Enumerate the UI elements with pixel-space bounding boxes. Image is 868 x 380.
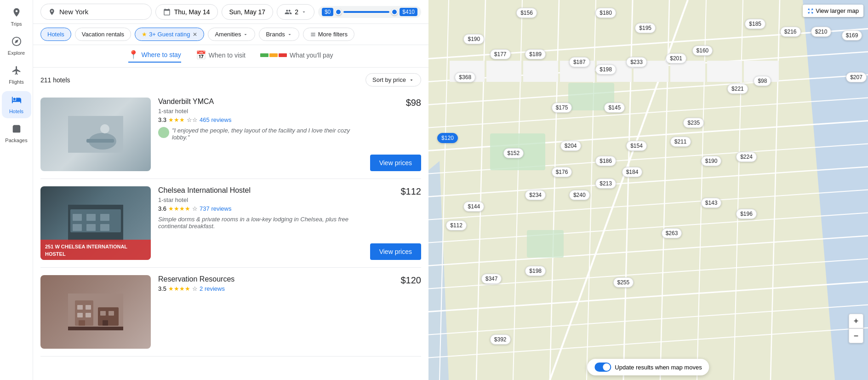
price-pin-13[interactable]: $201: [666, 53, 686, 63]
checkout-date[interactable]: Sun, May 17: [222, 4, 274, 20]
tab-where-to-stay[interactable]: 📍 Where to stay: [128, 50, 181, 63]
guest-rating-label: 3+ Guest rating: [149, 31, 190, 38]
price-pin-27[interactable]: $211: [670, 137, 691, 147]
results-header: 211 hotels Sort by price: [33, 68, 428, 90]
hotel-reviews-1[interactable]: 737 reviews: [200, 205, 231, 212]
hotel-name-1: Chelsea International Hostel: [158, 186, 363, 195]
price-pin-24[interactable]: $152: [503, 148, 524, 158]
zoom-out-button[interactable]: −: [849, 328, 863, 343]
svg-rect-9: [100, 214, 109, 221]
sidebar-packages-label: Packages: [5, 138, 27, 144]
sort-button[interactable]: Sort by price: [365, 73, 421, 86]
sidebar-item-explore[interactable]: Explore: [2, 33, 31, 60]
svg-rect-59: [670, 61, 705, 82]
price-pin-31[interactable]: $184: [622, 167, 643, 177]
price-pin-36[interactable]: $143: [701, 198, 722, 208]
price-pin-39[interactable]: $263: [662, 228, 682, 238]
filter-brands[interactable]: Brands: [259, 28, 299, 41]
search-bar: New York Thu, May 14 Sun, May 17 2 $0 $4…: [33, 0, 428, 24]
price-pin-18[interactable]: $221: [727, 84, 748, 94]
price-pin-19[interactable]: $145: [604, 103, 625, 113]
hotel-price-2: $120: [401, 275, 422, 286]
price-pin-42[interactable]: $255: [613, 277, 634, 288]
price-pin-38[interactable]: $112: [446, 220, 467, 230]
price-pin-23[interactable]: $204: [560, 141, 581, 151]
sidebar-item-trips[interactable]: Trips: [2, 4, 31, 31]
filter-vacation-rentals-tab[interactable]: Vacation rentals: [75, 28, 131, 41]
price-pin-34[interactable]: $240: [569, 190, 590, 200]
price-pin-37[interactable]: $196: [736, 209, 757, 219]
close-guest-rating-icon[interactable]: ✕: [193, 31, 197, 38]
price-pin-22[interactable]: $120: [437, 133, 458, 143]
price-pin-17[interactable]: $368: [455, 72, 475, 82]
price-pin-25[interactable]: $154: [626, 141, 647, 151]
price-pin-16[interactable]: $207: [846, 72, 867, 82]
price-pin-29[interactable]: $224: [736, 152, 757, 162]
svg-rect-18: [86, 313, 91, 317]
price-pin-8[interactable]: $177: [490, 49, 511, 59]
hotel-reviews-2[interactable]: 2 reviews: [200, 285, 225, 292]
hotel-rating-value-1: 3.6: [158, 205, 166, 212]
price-slider[interactable]: $0 $410: [318, 6, 421, 18]
view-prices-button-1[interactable]: View prices: [370, 243, 421, 260]
view-prices-button-0[interactable]: View prices: [370, 155, 421, 171]
calendar-icon: [163, 8, 171, 16]
price-pin-9[interactable]: $189: [525, 49, 546, 59]
slider-track[interactable]: [343, 11, 389, 13]
price-pin-26[interactable]: $186: [595, 156, 616, 166]
location-text: New York: [59, 8, 88, 16]
hotel-image-0[interactable]: [40, 98, 151, 171]
filter-amenities[interactable]: Amenities: [208, 28, 255, 41]
price-pin-32[interactable]: $213: [595, 178, 616, 189]
price-pin-14[interactable]: $160: [692, 46, 713, 56]
what-youll-pay-icon: [260, 53, 287, 57]
price-pin-10[interactable]: $187: [569, 57, 590, 67]
price-pin-0[interactable]: $156: [516, 8, 537, 18]
hotel-image-2[interactable]: [40, 275, 151, 349]
hotel-rating-2: 3.5 ★★★★ ☆ 2 reviews: [158, 285, 368, 292]
price-pin-20[interactable]: $175: [552, 103, 572, 113]
view-larger-map-button[interactable]: View larger map: [803, 5, 863, 17]
price-pin-33[interactable]: $234: [525, 190, 546, 200]
price-pin-2[interactable]: $185: [745, 19, 765, 29]
zoom-in-button[interactable]: +: [849, 314, 863, 328]
price-pin-12[interactable]: $198: [595, 64, 616, 75]
price-pin-15[interactable]: $98: [754, 76, 771, 86]
price-pin-4[interactable]: $210: [811, 27, 832, 37]
price-pin-43[interactable]: $392: [490, 334, 511, 345]
filter-more[interactable]: More filters: [303, 28, 354, 41]
price-pin-35[interactable]: $144: [463, 202, 484, 212]
price-pin-21[interactable]: $235: [683, 118, 704, 128]
sidebar-item-packages[interactable]: Packages: [2, 120, 31, 147]
map-background[interactable]: $156$180$185$216$210$169$195$190$177$189…: [428, 0, 868, 380]
price-pin-1[interactable]: $180: [595, 8, 616, 18]
slider-max-handle[interactable]: [391, 9, 398, 15]
price-pin-30[interactable]: $176: [552, 167, 572, 177]
location-input[interactable]: New York: [40, 4, 152, 20]
hotel-image-1[interactable]: 251 W CHELSEA INTERNATIONAL HOSTEL: [40, 186, 151, 260]
tab-when-to-visit[interactable]: 📅 When to visit: [196, 50, 246, 62]
filter-guest-rating[interactable]: ★ 3+ Guest rating ✕: [135, 28, 204, 41]
review-text-1: Simple dorms & private rooms in a low-ke…: [158, 216, 363, 230]
hotel-name-0: Vanderbilt YMCA: [158, 98, 363, 106]
hotel-reviews-0[interactable]: 465 reviews: [200, 116, 231, 123]
price-pin-3[interactable]: $216: [780, 27, 801, 37]
sidebar-item-flights[interactable]: Flights: [2, 62, 31, 89]
price-pin-40[interactable]: $347: [481, 274, 502, 284]
update-toggle-switch[interactable]: [594, 363, 611, 372]
hotel-rating-value-0: 3.3: [158, 116, 166, 123]
price-pin-5[interactable]: $169: [842, 30, 862, 40]
checkin-date[interactable]: Thu, May 14: [155, 4, 218, 20]
price-pin-28[interactable]: $190: [701, 156, 722, 166]
slider-min-handle[interactable]: [335, 9, 342, 15]
price-pin-41[interactable]: $198: [525, 266, 546, 276]
sidebar-item-hotels[interactable]: Hotels: [2, 91, 31, 118]
price-pin-6[interactable]: $195: [635, 23, 656, 33]
guests-selector[interactable]: 2: [277, 4, 314, 20]
filter-hotels-tab[interactable]: Hotels: [40, 28, 71, 41]
price-pin-11[interactable]: $233: [626, 57, 647, 67]
price-pin-7[interactable]: $190: [463, 34, 484, 44]
svg-rect-7: [73, 214, 82, 221]
reviewer-avatar-0: [158, 127, 169, 138]
tab-what-youll-pay[interactable]: What you'll pay: [260, 52, 333, 61]
